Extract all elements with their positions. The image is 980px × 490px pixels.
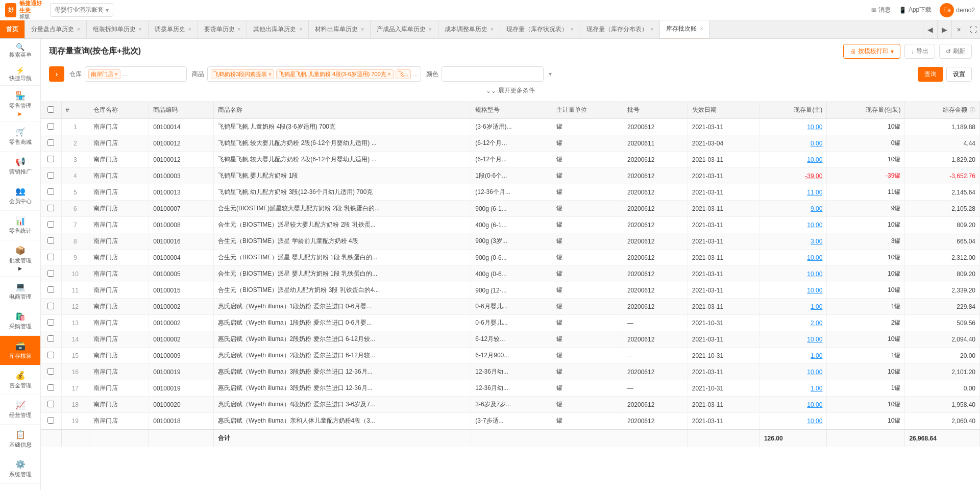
tab-prev-btn[interactable]: ◀: [923, 20, 937, 39]
tab-kcpci[interactable]: 库存批次账 ×: [660, 20, 709, 39]
cell-checkbox[interactable]: [41, 250, 61, 266]
close-icon[interactable]: ×: [188, 27, 191, 32]
close-icon[interactable]: ×: [571, 27, 574, 32]
cell-checkbox[interactable]: [41, 397, 61, 413]
row-checkbox[interactable]: [47, 368, 54, 375]
tab-clck[interactable]: 材料出库单历史 ×: [309, 20, 371, 39]
sidebar-item-marketing[interactable]: 📢 营销推广: [0, 152, 40, 181]
tab-yaoh[interactable]: 要货单历史 ×: [198, 20, 248, 39]
cell-checkbox[interactable]: [41, 413, 61, 430]
cell-checkbox[interactable]: [41, 135, 61, 152]
cell-checkbox[interactable]: [41, 348, 61, 364]
sidebar-item-member[interactable]: 👥 会员中心: [0, 181, 40, 211]
cell-checkbox[interactable]: [41, 299, 61, 315]
cell-stock-main[interactable]: 10.00: [760, 282, 826, 299]
settings-btn[interactable]: 设置: [946, 67, 972, 82]
refresh-btn[interactable]: ↺ 刷新: [939, 44, 972, 59]
sidebar-item-system[interactable]: ⚙️ 系统管理: [0, 454, 40, 484]
row-checkbox[interactable]: [47, 188, 54, 195]
tab-kczt[interactable]: 现存量（库存状况表） ×: [500, 20, 580, 39]
close-icon[interactable]: ×: [429, 27, 432, 32]
row-checkbox[interactable]: [47, 237, 54, 244]
tab-diaob[interactable]: 调拨单历史 ×: [149, 20, 198, 39]
query-btn[interactable]: 查询: [918, 67, 943, 82]
sidebar-item-basic[interactable]: 📋 基础信息: [0, 425, 40, 454]
product-tag-2-remove[interactable]: ×: [388, 71, 391, 77]
row-checkbox[interactable]: [47, 319, 54, 326]
product-tag-1-remove[interactable]: ×: [268, 71, 272, 77]
tab-cbtz[interactable]: 成本调整单历史 ×: [438, 20, 500, 39]
sidebar-item-purchase[interactable]: 🛍️ 采购管理: [0, 306, 40, 336]
cell-stock-main[interactable]: 2.00: [760, 315, 826, 331]
cell-stock-main[interactable]: 1.00: [760, 348, 826, 364]
cell-checkbox[interactable]: [41, 315, 61, 331]
row-checkbox[interactable]: [47, 221, 54, 228]
cell-stock-main[interactable]: 10.00: [760, 152, 826, 168]
cell-checkbox[interactable]: [41, 201, 61, 217]
cell-checkbox[interactable]: [41, 119, 61, 135]
sidebar-item-ecommerce[interactable]: 💻 电商管理: [0, 277, 40, 306]
row-checkbox[interactable]: [47, 384, 54, 391]
row-checkbox[interactable]: [47, 303, 54, 309]
cell-stock-main[interactable]: 10.00: [760, 119, 826, 135]
tab-zuzhuang[interactable]: 组装拆卸单历史 ×: [87, 20, 149, 39]
cell-checkbox[interactable]: [41, 364, 61, 380]
warehouse-tag-container[interactable]: 南岸门店 × ...: [85, 66, 187, 82]
tab-fenliang[interactable]: 分量盘点单历史 ×: [25, 20, 87, 39]
tab-home[interactable]: 首页: [0, 20, 25, 39]
close-icon[interactable]: ×: [361, 27, 364, 32]
close-icon[interactable]: ×: [139, 27, 142, 32]
sidebar-item-inventory[interactable]: 🗃️ 库存核算: [0, 336, 40, 365]
row-checkbox[interactable]: [47, 270, 54, 277]
cell-checkbox[interactable]: [41, 266, 61, 282]
cell-stock-main[interactable]: 3.00: [760, 233, 826, 250]
row-checkbox[interactable]: [47, 401, 54, 407]
sidebar-item-collab[interactable]: 🤝 企业协同: [0, 484, 40, 490]
row-checkbox[interactable]: [47, 417, 54, 424]
close-icon[interactable]: ×: [238, 27, 241, 32]
close-icon[interactable]: ×: [491, 27, 494, 32]
cell-stock-main[interactable]: 1.00: [760, 380, 826, 397]
close-icon[interactable]: ×: [700, 26, 703, 32]
sidebar-item-retail-stats[interactable]: 📊 零售统计: [0, 211, 40, 240]
sidebar-item-retail-mgmt[interactable]: 🏪 零售管理 ▶: [0, 86, 40, 122]
user-area[interactable]: Ea demo2: [940, 3, 975, 17]
row-checkbox[interactable]: [47, 139, 54, 146]
cell-stock-main[interactable]: 10.00: [760, 364, 826, 380]
cell-stock-main[interactable]: 11.00: [760, 184, 826, 201]
cell-checkbox[interactable]: [41, 380, 61, 397]
row-checkbox[interactable]: [47, 205, 54, 211]
cell-stock-main[interactable]: 1.00: [760, 299, 826, 315]
tab-kcfb[interactable]: 现存量（库存分布表） ×: [580, 20, 660, 39]
color-tag-container[interactable]: [442, 66, 544, 82]
account-selector[interactable]: 母婴行业演示账套 ▾: [50, 3, 113, 17]
cell-checkbox[interactable]: [41, 233, 61, 250]
tab-maximize-btn[interactable]: ⛶: [966, 20, 980, 39]
sidebar-quicknav[interactable]: ⚡ 快捷导航: [0, 63, 40, 86]
row-checkbox[interactable]: [47, 352, 54, 358]
tab-qtck[interactable]: 其他出库单历史 ×: [247, 20, 309, 39]
template-print-btn[interactable]: 🖨 按模板打印 ▾: [843, 44, 900, 59]
tab-ccrk[interactable]: 产成品入库单历史 ×: [371, 20, 438, 39]
app-download-btn[interactable]: 📱 App下载: [899, 6, 932, 14]
cell-checkbox[interactable]: [41, 282, 61, 299]
sidebar-item-biz[interactable]: 📈 经营管理: [0, 395, 40, 425]
tab-next-btn[interactable]: ▶: [937, 20, 951, 39]
info-icon[interactable]: ⓘ: [970, 107, 975, 113]
row-checkbox[interactable]: [47, 123, 54, 130]
sidebar-item-finance[interactable]: 💰 资金管理: [0, 365, 40, 395]
message-btn[interactable]: ✉ 消息: [871, 6, 891, 14]
sidebar-item-retail-shop[interactable]: 🛒 零售商城: [0, 122, 40, 152]
cell-checkbox[interactable]: [41, 184, 61, 201]
cell-stock-main[interactable]: 10.00: [760, 413, 826, 430]
sidebar-item-wholesale[interactable]: 📦 批发管理 ▶: [0, 240, 40, 277]
expand-more-btn[interactable]: ⌄⌄ 展开更多条件: [486, 86, 535, 95]
export-btn[interactable]: ↓ 导出: [904, 44, 935, 59]
cell-stock-main[interactable]: 0.00: [760, 135, 826, 152]
filter-expand-btn[interactable]: ›: [49, 66, 64, 82]
warehouse-tag-remove[interactable]: ×: [115, 71, 118, 77]
cell-stock-main[interactable]: 10.00: [760, 331, 826, 348]
cell-checkbox[interactable]: [41, 217, 61, 233]
close-icon[interactable]: ×: [299, 27, 302, 32]
row-checkbox[interactable]: [47, 156, 54, 162]
